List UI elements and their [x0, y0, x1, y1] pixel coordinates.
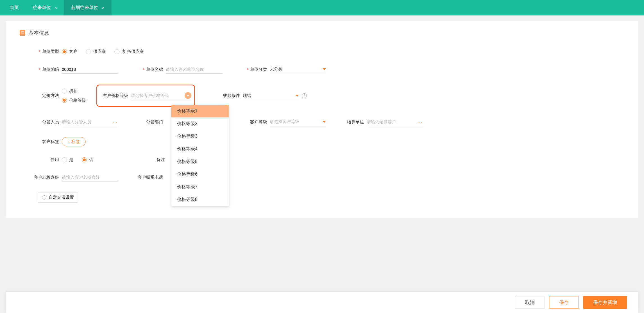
price-level-select[interactable]: 请选择客户价格等级: [131, 90, 191, 101]
radio-supplier[interactable]: 供应商: [86, 49, 106, 54]
add-tag-button[interactable]: +标签: [62, 137, 86, 146]
price-level-placeholder: 请选择客户价格等级: [131, 93, 169, 98]
content-panel: 基本信息 *单位类型 客户 供应商 客户/供应商 *单位编码 *单位名称 *单位…: [6, 21, 638, 218]
radio-price-level[interactable]: 价格等级: [62, 98, 86, 103]
header-tabs: 首页 往来单位 × 新增往来单位 ×: [0, 0, 644, 15]
unit-name-input[interactable]: [166, 65, 222, 74]
custom-settings-button[interactable]: 自定义项设置: [38, 192, 78, 203]
customer-tag-label: 客户标签: [30, 139, 62, 144]
pricing-method-label: 定价方法: [30, 93, 62, 98]
radio-discount[interactable]: 折扣: [62, 89, 86, 94]
dropdown-item[interactable]: 价格等级4: [171, 143, 229, 155]
tab-contacts-label: 往来单位: [33, 5, 51, 11]
customer-level-select[interactable]: 请选择客户等级: [270, 117, 326, 126]
unit-code-label: *单位编码: [30, 67, 62, 72]
dropdown-item[interactable]: 价格等级2: [171, 117, 229, 130]
tab-home-label: 首页: [10, 5, 19, 11]
boss-pref-input[interactable]: [62, 173, 118, 182]
customer-level-label: 客户等级: [237, 119, 270, 125]
pricing-method-radios: 折扣 价格等级: [62, 89, 86, 103]
chevron-up-icon: [185, 92, 191, 99]
dropdown-item[interactable]: 价格等级3: [171, 130, 229, 143]
price-level-dropdown: 价格等级1价格等级2价格等级3价格等级4价格等级5价格等级6价格等级7价格等级8: [171, 105, 229, 206]
assigned-staff-input[interactable]: [62, 118, 118, 126]
chevron-down-icon: [323, 68, 326, 70]
customer-level-placeholder: 请选择客户等级: [270, 119, 299, 124]
ellipsis-icon[interactable]: ⋯: [417, 119, 423, 125]
unit-category-label: *单位分类: [237, 67, 270, 72]
disabled-label: 停用: [30, 157, 62, 162]
price-level-label: 客户价格等级: [100, 93, 131, 98]
payment-terms-value: 现结: [243, 93, 251, 98]
tab-contacts[interactable]: 往来单位 ×: [26, 0, 64, 15]
payment-terms-label: 收款条件: [210, 93, 243, 98]
payment-terms-select[interactable]: 现结: [243, 91, 299, 100]
dropdown-item[interactable]: 价格等级1: [171, 105, 229, 117]
assigned-staff-label: 分管人员: [30, 119, 62, 125]
chevron-down-icon: [323, 121, 326, 123]
unit-code-input[interactable]: [62, 65, 118, 74]
chevron-down-icon: [296, 95, 299, 97]
contact-phone-label: 客户联系电话: [133, 175, 166, 180]
section-header: 基本信息: [20, 30, 624, 36]
help-icon[interactable]: ?: [302, 93, 307, 98]
dropdown-item[interactable]: 价格等级5: [171, 155, 229, 168]
tab-home[interactable]: 首页: [3, 0, 26, 15]
dropdown-item[interactable]: 价格等级7: [171, 181, 229, 193]
close-icon[interactable]: ×: [102, 5, 104, 10]
boss-pref-label: 客户老板喜好: [30, 175, 62, 180]
unit-name-label: *单位名称: [133, 67, 166, 72]
form-icon: [20, 30, 25, 36]
tab-add-contact-label: 新增往来单位: [71, 5, 98, 11]
assigned-dept-label: 分管部门: [133, 119, 166, 125]
gear-icon: [42, 195, 46, 199]
unit-category-value: 未分类: [270, 67, 282, 72]
price-level-highlight: 客户价格等级 请选择客户价格等级: [96, 85, 195, 107]
tab-add-contact[interactable]: 新增往来单位 ×: [64, 0, 111, 15]
dropdown-item[interactable]: 价格等级8: [171, 193, 229, 206]
radio-disabled-yes[interactable]: 是: [62, 157, 73, 162]
ellipsis-icon[interactable]: ⋯: [112, 119, 118, 125]
unit-category-select[interactable]: 未分类: [270, 65, 326, 74]
remarks-label: 备注: [135, 157, 168, 162]
svg-rect-1: [21, 31, 24, 32]
unit-type-radios: 客户 供应商 客户/供应商: [62, 49, 144, 54]
radio-both[interactable]: 客户/供应商: [114, 49, 144, 54]
section-title: 基本信息: [29, 30, 49, 36]
close-icon[interactable]: ×: [55, 5, 57, 10]
dropdown-item[interactable]: 价格等级6: [171, 168, 229, 181]
radio-disabled-no[interactable]: 否: [82, 157, 93, 162]
settlement-unit-input[interactable]: [367, 118, 423, 126]
settlement-unit-label: 结算单位: [341, 119, 367, 125]
unit-type-label: *单位类型: [30, 49, 62, 54]
radio-customer[interactable]: 客户: [62, 49, 78, 54]
